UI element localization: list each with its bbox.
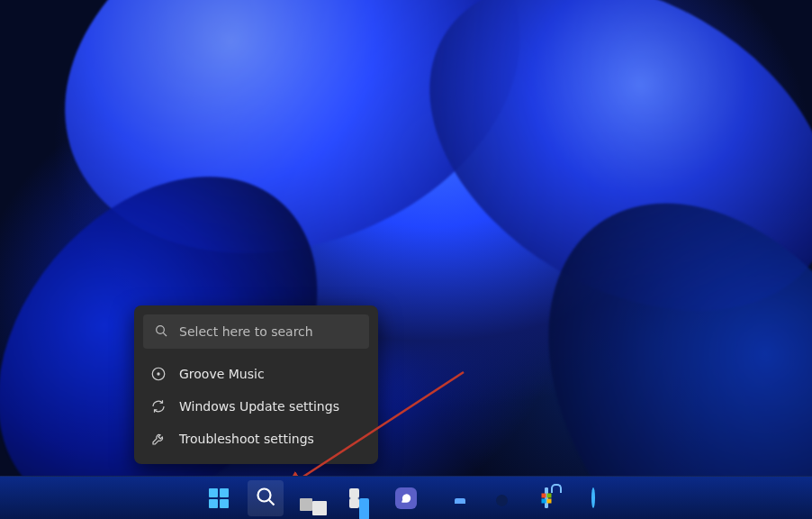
svg-point-5: [258, 488, 271, 501]
search-result-label: Windows Update settings: [179, 399, 339, 414]
desktop-wallpaper: Select here to search Groove Music Windo…: [0, 0, 812, 519]
taskbar: [0, 476, 812, 519]
search-result-label: Troubleshoot settings: [179, 432, 314, 446]
start-button[interactable]: [201, 480, 237, 516]
chat-button[interactable]: [388, 480, 424, 516]
search-result-label: Groove Music: [179, 367, 265, 381]
cortana-button[interactable]: [575, 480, 611, 516]
task-view-button[interactable]: [294, 480, 330, 516]
search-icon: [154, 323, 168, 341]
search-placeholder: Select here to search: [179, 324, 313, 339]
windows-logo-icon: [209, 488, 229, 508]
disc-icon: [150, 366, 167, 382]
search-popup: Select here to search Groove Music Windo…: [134, 305, 378, 464]
search-results: Groove Music Windows Update settings Tro…: [143, 358, 369, 455]
svg-line-6: [269, 500, 275, 505]
store-icon: [545, 489, 548, 506]
search-result-windows-update[interactable]: Windows Update settings: [143, 390, 369, 423]
wrench-icon: [150, 431, 167, 447]
cortana-icon: [591, 489, 595, 506]
search-result-troubleshoot[interactable]: Troubleshoot settings: [143, 423, 369, 455]
svg-point-3: [157, 372, 159, 375]
svg-point-0: [157, 325, 165, 333]
search-button[interactable]: [248, 480, 284, 516]
edge-icon: [492, 490, 508, 506]
refresh-icon: [150, 398, 167, 414]
search-input[interactable]: Select here to search: [143, 314, 369, 349]
edge-button[interactable]: [482, 480, 518, 516]
search-icon: [255, 486, 276, 511]
file-explorer-button[interactable]: [435, 480, 471, 516]
svg-line-1: [163, 332, 167, 336]
widgets-button[interactable]: [341, 480, 377, 516]
search-result-groove-music[interactable]: Groove Music: [143, 358, 369, 390]
chat-icon: [395, 487, 417, 509]
store-button[interactable]: [528, 480, 564, 516]
